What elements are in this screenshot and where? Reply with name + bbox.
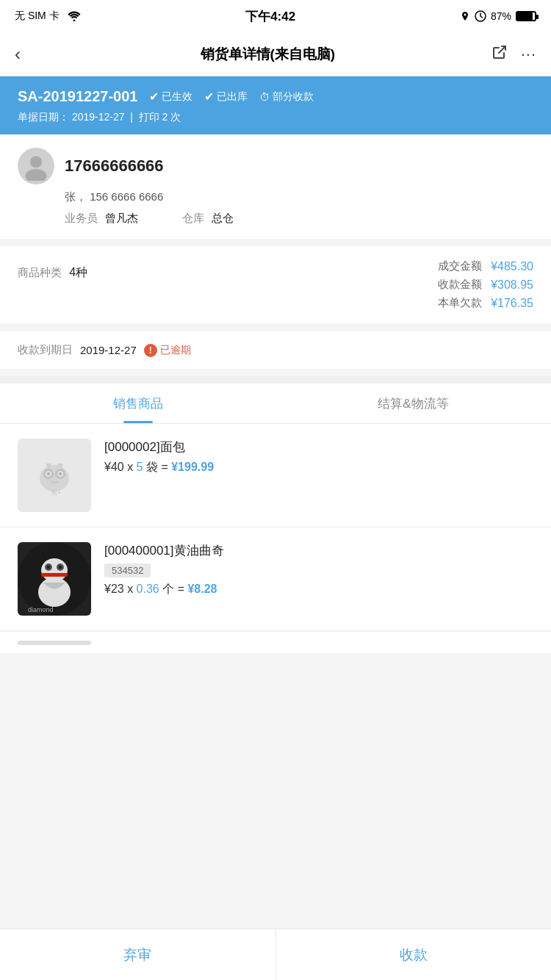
- header-banner: SA-20191227-001 ✔ 已生效 ✔ 已出库 ⏱ 部分收款 单据日期：…: [0, 76, 551, 134]
- customer-phone: 17666666666: [65, 156, 164, 176]
- confirm-payment-button[interactable]: 收款: [276, 929, 552, 980]
- section-divider: [0, 376, 551, 383]
- product-item: 鱼+ [0000002]面包 ¥40 x 5 袋 = ¥199.99: [0, 424, 551, 527]
- svg-point-18: [59, 566, 62, 569]
- overdue-badge: ! 已逾期: [144, 344, 191, 357]
- back-button[interactable]: ‹: [15, 44, 44, 65]
- product-info-1: [0000002]面包 ¥40 x 5 袋 = ¥199.99: [104, 439, 533, 475]
- tab-underline: [123, 421, 153, 423]
- debt-amount-row: 本单欠款 ¥176.35: [438, 296, 533, 310]
- deal-amount-row: 成交金额 ¥485.30: [438, 259, 533, 273]
- carrier-wifi: 无 SIM 卡: [15, 10, 81, 23]
- customer-meta: 业务员 曾凡杰 仓库 总仓: [18, 212, 533, 226]
- svg-point-17: [47, 566, 51, 569]
- product-info-2: [000400001]黄油曲奇 534532 ¥23 x 0.36 个 = ¥8…: [104, 542, 533, 597]
- status-indicators: 87%: [460, 10, 536, 22]
- svg-point-2: [30, 156, 42, 167]
- svg-point-9: [47, 472, 50, 475]
- badge-shipped: ✔ 已出库: [204, 90, 248, 104]
- clock-icon: [475, 10, 486, 22]
- customer-section: 17666666666 张， 156 6666 6666 业务员 曾凡杰 仓库 …: [0, 134, 551, 239]
- product-price-1: ¥40 x 5 袋 = ¥199.99: [104, 460, 533, 475]
- warehouse-info: 仓库 总仓: [182, 212, 234, 226]
- battery-icon: [516, 11, 536, 21]
- bottom-bar: 弃审 收款: [0, 929, 551, 980]
- battery-percent: 87%: [491, 10, 511, 22]
- overdue-icon: !: [144, 344, 157, 357]
- customer-contact: 张， 156 6666 6666: [18, 190, 533, 204]
- order-date-row: 单据日期： 2019-12-27 | 打印 2 次: [18, 111, 533, 124]
- received-amount-row: 收款金额 ¥308.95: [438, 278, 533, 292]
- product-price-2: ¥23 x 0.36 个 = ¥8.28: [104, 582, 533, 597]
- tab-sales-products[interactable]: 销售商品: [0, 383, 276, 423]
- stats-left: 商品种类 4种: [18, 259, 276, 281]
- svg-point-10: [59, 472, 62, 475]
- nav-bar: ‹ 销货单详情(来自电脑) ···: [0, 32, 551, 76]
- next-item-peek: [0, 631, 551, 653]
- due-date-section: 收款到期日 2019-12-27 ! 已逾期: [0, 331, 551, 369]
- status-time: 下午4:42: [245, 8, 295, 25]
- nav-actions: ···: [491, 44, 536, 64]
- product-thumb-2: diamond: [18, 542, 91, 616]
- status-bar: 无 SIM 卡 下午4:42 87%: [0, 0, 551, 32]
- svg-rect-14: [41, 573, 68, 577]
- product-tag-2: 534532: [104, 563, 151, 577]
- share-button[interactable]: [491, 44, 508, 64]
- customer-avatar: [18, 148, 54, 184]
- svg-point-4: [40, 465, 69, 491]
- svg-point-19: [38, 577, 71, 607]
- stats-right: 成交金额 ¥485.30 收款金额 ¥308.95 本单欠款 ¥176.35: [276, 259, 533, 310]
- stats-section: 商品种类 4种 成交金额 ¥485.30 收款金额 ¥308.95 本单欠款 ¥…: [0, 246, 551, 323]
- product-name-2: [000400001]黄油曲奇: [104, 542, 533, 559]
- badge-partial-payment: ⏱ 部分收款: [259, 90, 314, 104]
- svg-point-3: [26, 169, 47, 181]
- order-id: SA-20191227-001: [18, 88, 137, 105]
- nav-title: 销货单详情(来自电脑): [201, 45, 336, 64]
- tabs-section: 销售商品 结算&物流等: [0, 383, 551, 424]
- svg-point-0: [73, 20, 76, 22]
- more-button[interactable]: ···: [521, 45, 536, 64]
- svg-text:diamond: diamond: [28, 606, 54, 613]
- product-list: 鱼+ [0000002]面包 ¥40 x 5 袋 = ¥199.99: [0, 424, 551, 653]
- product-item-2: diamond [000400001]黄油曲奇 534532 ¥23 x 0.3…: [0, 527, 551, 631]
- cancel-button[interactable]: 弃审: [0, 929, 276, 980]
- svg-text:鱼+: 鱼+: [51, 489, 61, 496]
- tab-settlement[interactable]: 结算&物流等: [276, 383, 551, 423]
- sales-info: 业务员 曾凡杰: [65, 212, 138, 226]
- location-icon: [460, 11, 470, 21]
- product-name-1: [0000002]面包: [104, 439, 533, 455]
- badge-active: ✔ 已生效: [149, 90, 192, 104]
- product-thumb-1: 鱼+: [18, 439, 91, 512]
